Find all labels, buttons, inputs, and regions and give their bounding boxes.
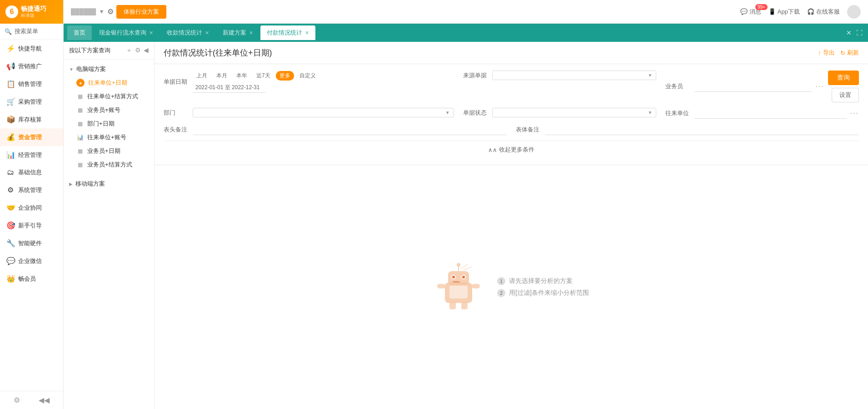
tab-close-payment[interactable]: ✕ — [305, 30, 309, 36]
main-content: ██████ ▼ ⚙ 体验行业方案 💬 消息 99+ 📱 App下载 🎧 在线客… — [64, 0, 868, 409]
scheme-item-staff-date[interactable]: ▦ 业务员+日期 — [64, 144, 154, 158]
tab-close-receipt[interactable]: ✕ — [205, 30, 209, 36]
sidebar-bottom: ⚙ ◀◀ — [0, 391, 63, 409]
header-settings-button[interactable]: ⚙ — [107, 7, 114, 16]
filter-row-3: 表头备注 表体备注 — [164, 124, 859, 135]
member-icon: 👑 — [6, 274, 15, 283]
mobile-scheme-group: ▶ 移动端方案 — [64, 174, 154, 193]
desktop-scheme-group-toggle[interactable]: ▼ 电脑端方案 — [64, 62, 154, 76]
app-download-button[interactable]: 📱 App下载 — [768, 8, 800, 16]
mobile-group-expand-icon: ▶ — [69, 182, 73, 187]
sidebar-item-marketing[interactable]: 📢 营销推广 — [0, 57, 63, 75]
headset-icon: 🎧 — [807, 8, 814, 15]
desktop-scheme-group: ▼ 电脑端方案 ● 往来单位+日期 ▦ 往来单位+结算方式 ▦ 业务员+账号 ▦ — [64, 60, 154, 174]
scheme-item-staff-account[interactable]: ▦ 业务员+账号 — [64, 103, 154, 117]
tab-bank[interactable]: 现金银行流水查询 ✕ — [93, 25, 160, 40]
sidebar-item-sales[interactable]: 📋 销售管理 — [0, 75, 63, 93]
notice-button[interactable]: 💬 消息 99+ — [740, 8, 761, 16]
user-avatar[interactable] — [847, 5, 861, 19]
tab-close-all-button[interactable]: ✕ — [844, 27, 853, 38]
body-remark-input[interactable] — [545, 124, 859, 135]
date-btn-this-year[interactable]: 本年 — [233, 71, 251, 81]
counterparty-input[interactable] — [694, 108, 846, 119]
date-btn-custom[interactable]: 自定义 — [296, 71, 319, 81]
sidebar-settings-button[interactable]: ⚙ — [14, 396, 20, 404]
sidebar-collapse-button[interactable]: ◀◀ — [39, 396, 50, 404]
tab-home[interactable]: 首页 — [67, 25, 92, 40]
voucher-status-select[interactable]: ▼ — [492, 108, 657, 117]
sidebar-item-quick-nav[interactable]: ⚡ 快捷导航 — [0, 40, 63, 57]
svg-rect-6 — [453, 281, 460, 283]
date-label: 单据日期 — [164, 78, 189, 86]
sidebar-item-finance[interactable]: 💰 资金管理 — [0, 128, 63, 146]
mobile-scheme-group-toggle[interactable]: ▶ 移动端方案 — [64, 177, 154, 191]
svg-line-15 — [463, 267, 472, 270]
sidebar-item-purchase[interactable]: 🛒 采购管理 — [0, 93, 63, 111]
tab-payment[interactable]: 付款情况统计 ✕ — [260, 25, 315, 40]
header-user-name: ██████ — [71, 8, 96, 15]
scheme-item-staff-settle[interactable]: ▦ 业务员+结算方式 — [64, 158, 154, 172]
tab-receipt[interactable]: 收款情况统计 ✕ — [160, 25, 215, 40]
dept-select[interactable]: ▼ — [193, 108, 454, 117]
filter-staff-item: 业务员 ··· 查询 设置 — [665, 71, 859, 102]
svg-rect-11 — [449, 302, 456, 309]
wechat-icon: 💬 — [6, 257, 15, 265]
sidebar-item-collab[interactable]: 🤝 企业协同 — [0, 199, 63, 217]
filter-source-item: 来源单据 ▼ — [463, 71, 657, 80]
quick-nav-icon: ⚡ — [6, 44, 15, 53]
tab-bar: 首页 现金银行流水查询 ✕ 收款情况统计 ✕ 新建方案 ✕ 付款情况统计 ✕ ✕… — [64, 24, 868, 42]
svg-rect-13 — [449, 286, 468, 298]
sidebar-item-wechat[interactable]: 💬 企业微信 — [0, 252, 63, 270]
staff-input[interactable] — [694, 81, 812, 92]
date-range-input[interactable]: 2022-01-01 至 2022-12-31 — [193, 83, 265, 93]
date-btn-last-month[interactable]: 上月 — [193, 71, 211, 81]
empty-robot-icon — [434, 262, 484, 312]
sidebar-item-basic[interactable]: 🗂 基础信息 — [0, 164, 63, 181]
export-button[interactable]: ↑ 导出 — [818, 49, 835, 57]
trial-button[interactable]: 体验行业方案 — [116, 5, 166, 19]
date-btn-this-month[interactable]: 本月 — [213, 71, 231, 81]
scheme-item-unit-settle[interactable]: ▦ 往来单位+结算方式 — [64, 90, 154, 103]
sidebar-item-operation[interactable]: 📊 经营管理 — [0, 146, 63, 164]
scheme-chart-icon: 📊 — [76, 134, 84, 141]
refresh-button[interactable]: ↻ 刷新 — [840, 49, 859, 57]
scheme-item-unit-date[interactable]: ● 往来单位+日期 — [64, 76, 154, 90]
header-remark-input[interactable] — [193, 124, 507, 135]
sidebar-item-member[interactable]: 👑 畅会员 — [0, 270, 63, 288]
add-scheme-button[interactable]: ＋ — [126, 46, 132, 55]
scheme-grid-icon4: ▦ — [76, 148, 84, 154]
date-btn-7days[interactable]: 近7天 — [253, 71, 274, 81]
panel-collapse-button[interactable]: ◀ — [144, 46, 149, 55]
filter-settings-button[interactable]: 设置 — [832, 88, 859, 102]
source-select[interactable]: ▼ — [492, 71, 657, 80]
filter-dept-item: 部门 ▼ — [164, 108, 454, 117]
sidebar-item-hardware[interactable]: 🔧 智能硬件 — [0, 234, 63, 252]
scheme-settings-button[interactable]: ⚙ — [135, 46, 141, 55]
page-header: 付款情况统计(往来单位+日期) ↑ 导出 ↻ 刷新 — [155, 42, 868, 64]
purchase-icon: 🛒 — [6, 97, 15, 106]
hint-num-2: 2 — [497, 289, 505, 297]
sidebar-item-inventory[interactable]: 📦 库存核算 — [0, 111, 63, 128]
header-dropdown-icon[interactable]: ▼ — [99, 8, 105, 15]
sidebar-item-system[interactable]: ⚙ 系统管理 — [0, 181, 63, 199]
query-button[interactable]: 查询 — [828, 71, 859, 85]
body-remark-label: 表体备注 — [516, 126, 541, 134]
svg-point-4 — [452, 276, 455, 278]
tab-close-new-scheme[interactable]: ✕ — [249, 30, 253, 36]
tab-close-bank[interactable]: ✕ — [149, 30, 153, 36]
collapse-filter-button[interactable]: ∧∧ 收起更多条件 — [164, 141, 859, 158]
group-expand-icon: ▼ — [69, 67, 74, 72]
date-btn-more[interactable]: 更多 — [276, 71, 294, 81]
header-user-area: ██████ ▼ ⚙ 体验行业方案 — [71, 5, 735, 19]
scheme-item-dept-date[interactable]: ▦ 部门+日期 — [64, 117, 154, 131]
tab-new-scheme[interactable]: 新建方案 ✕ — [216, 25, 259, 40]
svg-rect-1 — [448, 271, 469, 285]
sidebar-item-guide[interactable]: 🎯 新手引导 — [0, 217, 63, 234]
counterparty-more-button[interactable]: ··· — [850, 109, 859, 117]
online-service-button[interactable]: 🎧 在线客服 — [807, 8, 840, 16]
scheme-item-unit-account[interactable]: 📊 往来单位+账号 — [64, 131, 154, 144]
staff-more-button[interactable]: ··· — [816, 82, 824, 91]
dept-dropdown-icon: ▼ — [445, 110, 450, 115]
tab-fullscreen-button[interactable]: ⛶ — [854, 27, 864, 38]
search-menu-button[interactable]: 🔍 搜索菜单 — [0, 24, 63, 40]
